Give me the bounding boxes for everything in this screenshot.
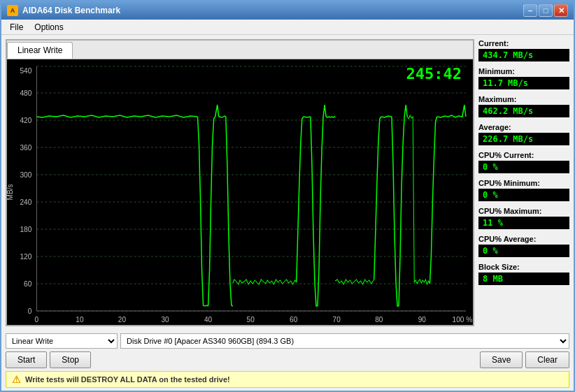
stat-minimum: Minimum: 11.7 MB/s xyxy=(478,67,569,89)
close-button[interactable]: ✕ xyxy=(554,4,568,17)
svg-text:60: 60 xyxy=(24,280,32,288)
chart-svg: 0 60 120 180 240 300 360 420 xyxy=(7,59,473,325)
warning-icon: ⚠ xyxy=(12,374,21,385)
disk-dropdown[interactable]: Disk Drive #0 [Apacer AS340 960GB] (894.… xyxy=(120,333,569,349)
minimum-label: Minimum: xyxy=(478,67,569,75)
svg-text:120: 120 xyxy=(20,253,31,261)
stat-average: Average: 226.7 MB/s xyxy=(478,123,569,145)
test-type-dropdown[interactable]: Linear Write xyxy=(6,333,118,349)
cpu-average-value: 0 % xyxy=(478,245,569,257)
svg-text:70: 70 xyxy=(333,316,341,324)
warning-text: Write tests will DESTROY ALL DATA on the… xyxy=(25,375,230,384)
stat-maximum: Maximum: 462.2 MB/s xyxy=(478,95,569,117)
average-label: Average: xyxy=(478,123,569,131)
title-bar-buttons: – □ ✕ xyxy=(523,4,568,17)
chart-container: 245:42 0 60 120 180 xyxy=(7,59,473,325)
cpu-average-label: CPU% Average: xyxy=(478,235,569,243)
svg-text:20: 20 xyxy=(118,316,127,324)
file-menu[interactable]: File xyxy=(4,21,29,34)
svg-text:480: 480 xyxy=(20,89,31,97)
controls-row-dropdowns: Linear Write Disk Drive #0 [Apacer AS340… xyxy=(6,333,569,349)
stat-block-size: Block Size: 8 MB xyxy=(478,263,569,285)
svg-text:240: 240 xyxy=(20,198,31,206)
stat-current: Current: 434.7 MB/s xyxy=(478,39,569,61)
svg-text:180: 180 xyxy=(20,226,31,233)
bottom-section: Linear Write Disk Drive #0 [Apacer AS340… xyxy=(1,331,574,391)
menu-bar: File Options xyxy=(1,20,574,35)
minimize-button[interactable]: – xyxy=(523,4,537,17)
warning-bar: ⚠ Write tests will DESTROY ALL DATA on t… xyxy=(6,371,569,388)
block-size-value: 8 MB xyxy=(478,273,569,285)
svg-text:360: 360 xyxy=(20,144,31,152)
cpu-current-value: 0 % xyxy=(478,161,569,173)
minimum-value: 11.7 MB/s xyxy=(478,77,569,89)
svg-rect-0 xyxy=(7,59,473,325)
controls-row-buttons: Start Stop Save Clear xyxy=(6,351,569,368)
svg-text:300: 300 xyxy=(20,171,31,179)
right-panel: Current: 434.7 MB/s Minimum: 11.7 MB/s M… xyxy=(478,39,569,326)
svg-text:10: 10 xyxy=(76,316,84,324)
svg-text:80: 80 xyxy=(375,316,383,324)
maximum-label: Maximum: xyxy=(478,95,569,103)
maximize-button[interactable]: □ xyxy=(539,4,553,17)
main-window: A AIDA64 Disk Benchmark – □ ✕ File Optio… xyxy=(0,0,575,392)
block-size-label: Block Size: xyxy=(478,263,569,271)
svg-text:40: 40 xyxy=(204,316,213,324)
cpu-maximum-value: 11 % xyxy=(478,217,569,229)
stat-cpu-minimum: CPU% Minimum: 0 % xyxy=(478,179,569,201)
cpu-minimum-label: CPU% Minimum: xyxy=(478,179,569,187)
svg-text:100 %: 100 % xyxy=(453,316,473,324)
svg-text:60: 60 xyxy=(290,316,298,324)
current-value: 434.7 MB/s xyxy=(478,49,569,61)
svg-text:0: 0 xyxy=(35,316,39,324)
svg-text:0: 0 xyxy=(28,307,32,315)
maximum-value: 462.2 MB/s xyxy=(478,105,569,117)
stat-cpu-average: CPU% Average: 0 % xyxy=(478,235,569,257)
save-button[interactable]: Save xyxy=(480,351,523,368)
svg-text:420: 420 xyxy=(20,117,31,124)
cpu-maximum-label: CPU% Maximum: xyxy=(478,207,569,215)
title-bar: A AIDA64 Disk Benchmark – □ ✕ xyxy=(1,1,574,20)
stat-cpu-maximum: CPU% Maximum: 11 % xyxy=(478,207,569,229)
cpu-current-label: CPU% Current: xyxy=(478,151,569,159)
current-label: Current: xyxy=(478,39,569,48)
window-title: AIDA64 Disk Benchmark xyxy=(22,6,523,15)
options-menu[interactable]: Options xyxy=(29,21,69,34)
clear-button[interactable]: Clear xyxy=(525,351,569,368)
svg-text:540: 540 xyxy=(20,67,31,75)
average-value: 226.7 MB/s xyxy=(478,133,569,145)
cpu-minimum-value: 0 % xyxy=(478,189,569,201)
svg-text:MB/s: MB/s xyxy=(7,184,14,201)
timer-display: 245:42 xyxy=(406,65,462,82)
chart-section: Linear Write 245:42 0 60 12 xyxy=(6,39,474,326)
svg-text:90: 90 xyxy=(418,316,427,324)
svg-text:50: 50 xyxy=(247,316,255,324)
app-icon: A xyxy=(7,5,18,16)
stat-cpu-current: CPU% Current: 0 % xyxy=(478,151,569,173)
start-button[interactable]: Start xyxy=(6,351,47,368)
stop-button[interactable]: Stop xyxy=(50,351,91,368)
tab-bar: Linear Write xyxy=(7,41,473,59)
main-content: Linear Write 245:42 0 60 12 xyxy=(1,35,574,331)
svg-text:30: 30 xyxy=(161,316,169,324)
tab-linear-write[interactable]: Linear Write xyxy=(7,42,73,59)
